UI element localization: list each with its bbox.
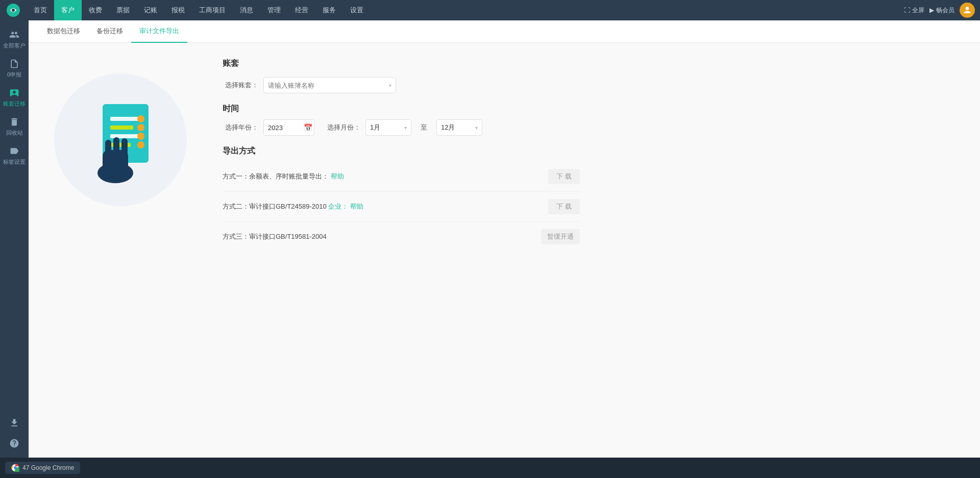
form-area: 账套 选择账套： ▾ 时间 选择年份： 📅 选择月份： bbox=[223, 58, 580, 251]
month-label: 选择月份： bbox=[325, 123, 360, 132]
export-method-1: 方式一：余额表、序时账批量导出： 帮助 下 载 bbox=[223, 162, 580, 192]
nav-customer[interactable]: 客户 bbox=[54, 0, 82, 20]
accountset-section-title: 账套 bbox=[223, 58, 580, 69]
month-start-arrow-icon: ▾ bbox=[404, 125, 407, 131]
content-area: 数据包迁移 备份迁移 审计文件导出 bbox=[29, 20, 980, 458]
vip-button[interactable]: ▶ 畅会员 bbox=[929, 6, 954, 15]
export-section-title: 导出方式 bbox=[223, 146, 580, 157]
month-end-select[interactable]: 12月 ▾ bbox=[436, 119, 482, 136]
sidebar-bottom bbox=[0, 414, 29, 458]
time-section-title: 时间 bbox=[223, 104, 580, 114]
accountset-input[interactable] bbox=[268, 82, 379, 89]
method1-label: 方式一：余额表、序时账批量导出： 帮助 bbox=[223, 172, 344, 181]
year-input[interactable] bbox=[268, 124, 304, 132]
left-sidebar: 全部客户 0申报 账套迁移 回收站 标签设置 bbox=[0, 20, 29, 458]
svg-point-8 bbox=[137, 124, 144, 131]
year-label: 选择年份： bbox=[223, 123, 258, 132]
accountset-select[interactable]: ▾ bbox=[263, 77, 396, 93]
method2-help-link[interactable]: 帮助 bbox=[350, 203, 363, 210]
sidebar-item-recycle[interactable]: 回收站 bbox=[0, 113, 29, 141]
time-row: 选择年份： 📅 选择月份： 1月 ▾ 至 12月 ▾ bbox=[223, 119, 580, 136]
accountset-arrow-icon: ▾ bbox=[389, 83, 391, 88]
svg-point-10 bbox=[137, 141, 144, 148]
svg-rect-13 bbox=[105, 140, 111, 158]
nav-items: 首页 客户 收费 票据 记账 报税 工商项目 消息 管理 经营 服务 设置 bbox=[27, 0, 904, 20]
avatar[interactable] bbox=[960, 3, 975, 18]
sidebar-download-button[interactable] bbox=[0, 414, 29, 432]
nav-right: ⛶ 全屏 ▶ 畅会员 bbox=[904, 3, 975, 18]
svg-rect-14 bbox=[113, 137, 119, 158]
taskbar: 47 Google Chrome bbox=[0, 458, 980, 478]
main-layout: 全部客户 0申报 账套迁移 回收站 标签设置 bbox=[0, 20, 980, 458]
month-start-value: 1月 bbox=[370, 123, 380, 132]
taskbar-chrome-item[interactable]: 47 Google Chrome bbox=[5, 462, 80, 474]
method2-enterprise-link[interactable]: 企业： bbox=[328, 203, 348, 210]
tab-backup-migration[interactable]: 备份迁移 bbox=[88, 20, 131, 43]
vip-icon: ▶ bbox=[929, 7, 934, 14]
svg-rect-4 bbox=[110, 125, 133, 130]
app-logo bbox=[5, 2, 21, 18]
tab-data-migration[interactable]: 数据包迁移 bbox=[39, 20, 88, 43]
sidebar-item-zero-declaration[interactable]: 0申报 bbox=[0, 55, 29, 83]
nav-tax[interactable]: 报税 bbox=[164, 0, 192, 20]
method3-label: 方式三：审计接口GB/T19581-2004 bbox=[223, 232, 327, 241]
taskbar-chrome-label: 47 Google Chrome bbox=[22, 464, 74, 471]
tab-audit-export[interactable]: 审计文件导出 bbox=[131, 20, 187, 43]
sidebar-item-account-migration[interactable]: 账套迁移 bbox=[0, 84, 29, 112]
accountset-row: 选择账套： ▾ bbox=[223, 77, 580, 93]
svg-rect-5 bbox=[110, 134, 138, 138]
calendar-icon: 📅 bbox=[304, 123, 312, 132]
chrome-icon bbox=[11, 464, 19, 472]
nav-invoice[interactable]: 票据 bbox=[109, 0, 137, 20]
method1-help-link[interactable]: 帮助 bbox=[331, 172, 344, 180]
page-content: 账套 选择账套： ▾ 时间 选择年份： 📅 选择月份： bbox=[29, 43, 980, 458]
illustration-circle bbox=[54, 73, 187, 206]
svg-point-7 bbox=[137, 115, 144, 122]
method1-download-button[interactable]: 下 载 bbox=[548, 169, 580, 184]
accountset-label: 选择账套： bbox=[223, 81, 258, 90]
nav-accounting[interactable]: 记账 bbox=[137, 0, 164, 20]
nav-settings[interactable]: 设置 bbox=[343, 0, 371, 20]
method2-download-button[interactable]: 下 载 bbox=[548, 199, 580, 214]
month-start-select[interactable]: 1月 ▾ bbox=[365, 119, 411, 136]
nav-bizproject[interactable]: 工商项目 bbox=[192, 0, 233, 20]
method2-label: 方式二：审计接口GB/T24589-2010 企业： 帮助 bbox=[223, 202, 363, 211]
svg-point-9 bbox=[137, 133, 144, 140]
export-method-2: 方式二：审计接口GB/T24589-2010 企业： 帮助 下 载 bbox=[223, 192, 580, 222]
method3-open-button[interactable]: 暂缓开通 bbox=[541, 229, 580, 244]
sidebar-item-tag-settings[interactable]: 标签设置 bbox=[0, 142, 29, 170]
nav-manage[interactable]: 管理 bbox=[260, 0, 288, 20]
nav-operation[interactable]: 经营 bbox=[288, 0, 315, 20]
nav-billing[interactable]: 收费 bbox=[82, 0, 109, 20]
sidebar-help-button[interactable] bbox=[0, 434, 29, 452]
year-input-wrap[interactable]: 📅 bbox=[263, 119, 314, 136]
sidebar-item-all-customers[interactable]: 全部客户 bbox=[0, 26, 29, 54]
nav-home[interactable]: 首页 bbox=[27, 0, 54, 20]
nav-message[interactable]: 消息 bbox=[233, 0, 260, 20]
fullscreen-button[interactable]: ⛶ 全屏 bbox=[904, 6, 924, 15]
svg-rect-3 bbox=[110, 117, 141, 121]
illustration-area bbox=[49, 68, 192, 211]
tab-bar: 数据包迁移 备份迁移 审计文件导出 bbox=[29, 20, 980, 43]
month-end-value: 12月 bbox=[441, 123, 455, 132]
fullscreen-icon: ⛶ bbox=[904, 7, 910, 14]
nav-service[interactable]: 服务 bbox=[315, 0, 343, 20]
to-text: 至 bbox=[421, 123, 427, 132]
svg-point-1 bbox=[12, 9, 15, 12]
month-end-arrow-icon: ▾ bbox=[475, 125, 478, 131]
svg-rect-15 bbox=[121, 138, 128, 158]
export-method-3: 方式三：审计接口GB/T19581-2004 暂缓开通 bbox=[223, 222, 580, 251]
top-navigation: 首页 客户 收费 票据 记账 报税 工商项目 消息 管理 经营 服务 设置 ⛶ … bbox=[0, 0, 980, 20]
